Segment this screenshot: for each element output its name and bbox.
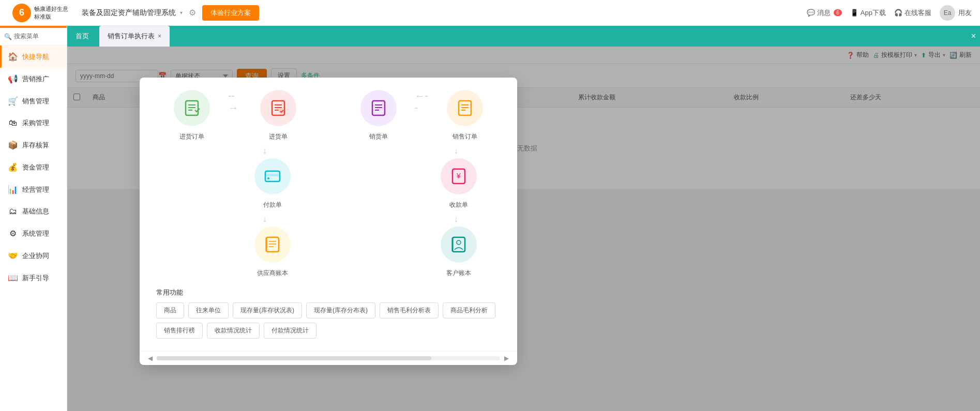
finance-icon: 💰 bbox=[8, 162, 18, 172]
flow-item-purchase-order[interactable]: 进货订单 bbox=[156, 90, 228, 141]
flow-arrows-down-row-2: ↓ ↓ bbox=[156, 214, 501, 224]
sidebar-item-collab[interactable]: 🤝 企业协同 bbox=[0, 245, 67, 267]
btn-sales-profit[interactable]: 销售毛利分析表 bbox=[380, 302, 439, 318]
common-btns-row-2: 销售排行榜 收款情况统计 付款情况统计 bbox=[156, 323, 501, 339]
sidebar-item-purchase[interactable]: 🛍 采购管理 bbox=[0, 112, 67, 134]
user-menu[interactable]: Ea 用友 bbox=[940, 5, 972, 21]
scroll-left-icon[interactable]: ◀ bbox=[148, 355, 153, 362]
btn-stock-status[interactable]: 现存量(库存状况表) bbox=[233, 302, 302, 318]
sidebar-item-marketing[interactable]: 📢 营销推广 bbox=[0, 68, 67, 90]
flow-item-purchase-bill[interactable]: 进货单 bbox=[242, 90, 314, 141]
sales-bill-label: 销货单 bbox=[369, 132, 388, 141]
arrow-down-4: ↓ bbox=[420, 214, 497, 224]
logo-icon: 6 bbox=[12, 4, 31, 22]
sidebar-item-operation[interactable]: 📊 经营管理 bbox=[0, 178, 67, 201]
payment-icon bbox=[254, 158, 291, 194]
btn-receipt-stat[interactable]: 收款情况统计 bbox=[207, 323, 260, 339]
svg-rect-26 bbox=[265, 237, 267, 252]
marketing-icon: 📢 bbox=[8, 74, 18, 84]
sidebar-item-finance[interactable]: 💰 资金管理 bbox=[0, 156, 67, 178]
avatar: Ea bbox=[940, 5, 955, 21]
settings-icon[interactable]: ⚙ bbox=[189, 8, 196, 18]
sidebar-item-system[interactable]: ⚙ 系统管理 bbox=[0, 222, 67, 245]
btn-sales-rank[interactable]: 销售排行榜 bbox=[156, 323, 203, 339]
supplier-ledger-icon bbox=[254, 226, 291, 263]
scroll-right-icon[interactable]: ▶ bbox=[504, 355, 509, 362]
basic-icon: 🗂 bbox=[8, 207, 18, 216]
scroll-thumb bbox=[157, 356, 431, 360]
purchase-order-label: 进货订单 bbox=[179, 132, 204, 141]
message-badge: 6 bbox=[834, 9, 842, 16]
tab-bar-close-icon[interactable]: × bbox=[971, 32, 976, 41]
message-button[interactable]: 💬 消息 6 bbox=[807, 8, 842, 18]
phone-icon: 📱 bbox=[850, 9, 858, 17]
btn-payment-stat[interactable]: 付款情况统计 bbox=[264, 323, 316, 339]
flow-item-sales-bill[interactable]: 销货单 bbox=[343, 90, 415, 141]
modal-content: 进货订单 - - → 进货单 bbox=[140, 78, 517, 351]
flow-row-3: 供应商账本 客户账本 bbox=[156, 226, 501, 278]
scroll-track[interactable] bbox=[157, 356, 500, 360]
online-service-button[interactable]: 🎧 在线客服 bbox=[894, 8, 931, 18]
page-content: ❓ 帮助 🖨 按模板打印 ▾ ⬆ 导出 ▾ 🔄 bbox=[67, 47, 980, 411]
top-right-area: 💬 消息 6 📱 App下载 🎧 在线客服 Ea 用友 bbox=[807, 5, 972, 21]
top-bar: 6 畅康通好生意 标准版 装备及固定资产辅助管理系统 ▾ ⚙ 体验行业方案 💬 … bbox=[0, 0, 980, 26]
flow-item-sales-order[interactable]: 销售订单 bbox=[429, 90, 501, 141]
headset-icon: 🎧 bbox=[894, 9, 902, 17]
message-icon: 💬 bbox=[807, 9, 815, 17]
dropdown-arrow-icon[interactable]: ▾ bbox=[180, 10, 183, 16]
sales-order-label: 销售订单 bbox=[453, 132, 477, 141]
sidebar: 🔍 搜索菜单 🏠 快捷导航 📢 营销推广 🛒 销售管理 🛍 采购管理 📦 bbox=[0, 26, 67, 411]
tab-home[interactable]: 首页 bbox=[67, 26, 97, 47]
app-wrapper: 6 畅康通好生意 标准版 装备及固定资产辅助管理系统 ▾ ⚙ 体验行业方案 💬 … bbox=[0, 0, 980, 411]
btn-stock-dist[interactable]: 现存量(库存分布表) bbox=[306, 302, 375, 318]
sales-icon: 🛒 bbox=[8, 96, 18, 106]
arrow-h-1: - - → bbox=[228, 90, 242, 128]
flow-item-receipt[interactable]: ¥ 收款单 bbox=[420, 158, 497, 209]
flow-row-1: 进货订单 - - → 进货单 bbox=[156, 90, 501, 141]
arrow-down-2: ↓ bbox=[420, 145, 497, 156]
arrow-down-3: ↓ bbox=[234, 214, 311, 224]
sidebar-item-guide[interactable]: 📖 新手引导 bbox=[0, 267, 67, 289]
search-icon: 🔍 bbox=[4, 33, 12, 40]
payment-label: 付款单 bbox=[263, 201, 282, 209]
btn-product-profit[interactable]: 商品毛利分析 bbox=[443, 302, 495, 318]
receipt-label: 收款单 bbox=[449, 201, 468, 209]
collab-icon: 🤝 bbox=[8, 251, 18, 261]
logo-area: 6 畅康通好生意 标准版 bbox=[8, 4, 76, 22]
customer-ledger-label: 客户账本 bbox=[446, 269, 471, 278]
operation-icon: 📊 bbox=[8, 185, 18, 194]
arrow-h-2: ← - - bbox=[415, 90, 429, 128]
tab-close-icon[interactable]: × bbox=[158, 33, 161, 39]
svg-rect-18 bbox=[265, 174, 280, 176]
svg-rect-29 bbox=[451, 237, 454, 252]
svg-point-8 bbox=[279, 109, 284, 114]
tab-bar: 首页 销售订单执行表 × × bbox=[67, 26, 980, 47]
modal-scroll-bar: ◀ ▶ bbox=[140, 351, 517, 365]
modal-box: 进货订单 - - → 进货单 bbox=[140, 78, 517, 365]
sidebar-item-quick-nav[interactable]: 🏠 快捷导航 bbox=[0, 45, 67, 68]
purchase-bill-icon bbox=[260, 90, 296, 126]
sidebar-item-inventory[interactable]: 📦 库存核算 bbox=[0, 134, 67, 156]
trial-button[interactable]: 体验行业方案 bbox=[202, 5, 259, 21]
main-area: 🔍 搜索菜单 🏠 快捷导航 📢 营销推广 🛒 销售管理 🛍 采购管理 📦 bbox=[0, 26, 980, 411]
home-icon: 🏠 bbox=[8, 52, 18, 62]
svg-point-19 bbox=[267, 177, 269, 179]
svg-point-28 bbox=[457, 240, 461, 245]
flow-item-payment[interactable]: 付款单 bbox=[234, 158, 311, 209]
logo-text: 畅康通好生意 标准版 bbox=[34, 5, 68, 20]
tab-sales-order[interactable]: 销售订单执行表 × bbox=[99, 26, 170, 47]
btn-unit[interactable]: 往来单位 bbox=[188, 302, 229, 318]
btn-product[interactable]: 商品 bbox=[156, 302, 184, 318]
svg-rect-22 bbox=[266, 237, 279, 252]
common-btns-row-1: 商品 往来单位 现存量(库存状况表) 现存量(库存分布表) 销售毛利分析表 商品… bbox=[156, 302, 501, 318]
sidebar-item-sales[interactable]: 🛒 销售管理 bbox=[0, 90, 67, 112]
search-menu-button[interactable]: 🔍 搜索菜单 bbox=[0, 28, 67, 45]
sidebar-item-basic[interactable]: 🗂 基础信息 bbox=[0, 201, 67, 222]
content-area: 首页 销售订单执行表 × × ❓ 帮助 🖨 按 bbox=[67, 26, 980, 411]
inventory-icon: 📦 bbox=[8, 140, 18, 150]
receipt-icon: ¥ bbox=[441, 158, 477, 194]
flow-item-customer-ledger[interactable]: 客户账本 bbox=[420, 226, 497, 278]
flow-item-supplier-ledger[interactable]: 供应商账本 bbox=[234, 226, 311, 278]
app-download-button[interactable]: 📱 App下载 bbox=[850, 8, 886, 18]
purchase-bill-label: 进货单 bbox=[269, 132, 288, 141]
